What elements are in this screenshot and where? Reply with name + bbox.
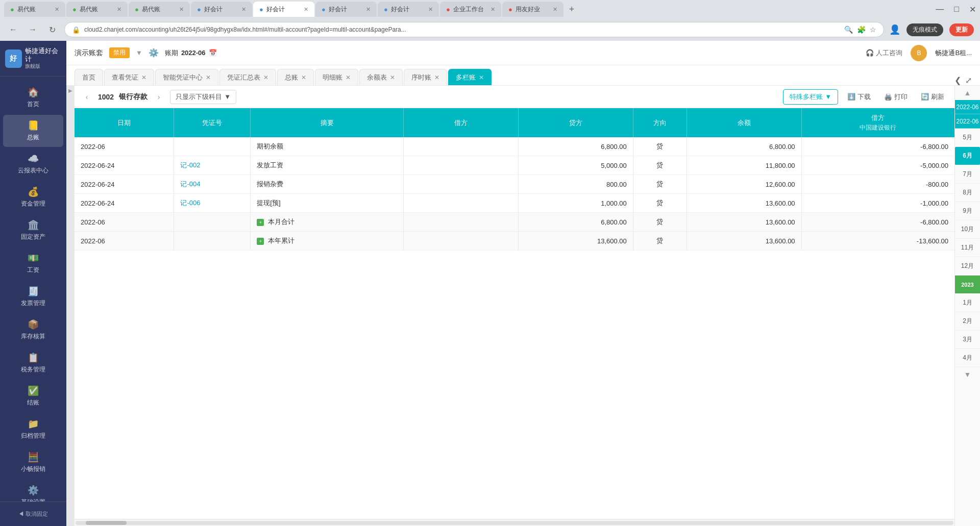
sidebar-item-tax[interactable]: 📋 税务管理 <box>3 347 63 379</box>
sidebar-item-closing[interactable]: ✅ 结账 <box>3 380 63 412</box>
tab-general-ledger-close[interactable]: ✕ <box>301 74 306 81</box>
sidebar-item-inventory[interactable]: 📦 库存核算 <box>3 314 63 346</box>
cal-down-button[interactable]: ▼ <box>955 367 980 382</box>
reload-button[interactable]: ↻ <box>45 22 59 37</box>
tab-close-1[interactable]: ✕ <box>55 6 59 13</box>
scrollbar-thumb[interactable] <box>86 521 127 525</box>
tab-haokuaiji-1[interactable]: ● 好会计 ✕ <box>191 2 252 17</box>
consult-button[interactable]: 🎧 人工咨询 <box>866 48 902 58</box>
calendar-month-nov[interactable]: 11月 <box>955 239 980 257</box>
left-scroll-indicator[interactable]: ▶ <box>66 86 75 526</box>
tab-view-voucher[interactable]: 查看凭证 ✕ <box>104 69 154 85</box>
tab-voucher-summary-close[interactable]: ✕ <box>263 74 268 81</box>
calendar-icon[interactable]: 📅 <box>209 49 217 57</box>
prev-account-button[interactable]: ‹ <box>81 91 93 103</box>
user-avatar[interactable]: B <box>911 45 927 61</box>
sidebar-item-funds[interactable]: 💰 资金管理 <box>3 181 63 213</box>
tab-add-button[interactable]: + <box>565 2 579 16</box>
tab-collapse-left-icon[interactable]: ❮ <box>954 76 961 85</box>
tab-close-5[interactable]: ✕ <box>304 6 308 13</box>
tab-sequence[interactable]: 序时账 ✕ <box>404 69 447 85</box>
star-icon[interactable]: ☆ <box>870 26 876 34</box>
minimize-icon[interactable]: — <box>936 5 944 14</box>
tab-multi-column-close[interactable]: ✕ <box>479 74 484 81</box>
refresh-button[interactable]: 🔄 刷新 <box>917 90 948 104</box>
print-button[interactable]: 🖨️ 打印 <box>880 90 912 104</box>
tab-close-3[interactable]: ✕ <box>179 6 184 13</box>
maximize-icon[interactable]: □ <box>954 5 959 14</box>
tab-smart-voucher[interactable]: 智能凭证中心 ✕ <box>155 69 218 85</box>
calendar-month-jan[interactable]: 1月 <box>955 294 980 312</box>
settings-gear-icon[interactable]: ⚙️ <box>149 48 159 58</box>
pin-button[interactable]: ◀ 取消固定 <box>3 507 63 521</box>
tab-close-8[interactable]: ✕ <box>491 6 495 13</box>
calendar-month-mar[interactable]: 3月 <box>955 331 980 349</box>
scrollbar-track[interactable] <box>76 521 953 525</box>
tab-voucher-summary[interactable]: 凭证汇总表 ✕ <box>219 69 276 85</box>
voucher-link-2[interactable]: 记-004 <box>180 180 200 188</box>
tab-youyou[interactable]: ● 用友好业 ✕ <box>502 2 564 17</box>
wuhen-mode-button[interactable]: 无痕模式 <box>906 23 943 36</box>
tab-yidaizhang-2[interactable]: ● 易代账 ✕ <box>66 2 128 17</box>
tab-sequence-close[interactable]: ✕ <box>434 74 439 81</box>
calendar-month-may[interactable]: 5月 <box>955 129 980 147</box>
address-bar[interactable]: 🔒 cloud2.chanjet.com/accounting/uh26t264… <box>64 22 884 37</box>
sidebar-item-expense[interactable]: 🧮 小畅报销 <box>3 446 63 479</box>
cal-up-button[interactable]: ▲ <box>955 86 980 100</box>
tab-general-ledger[interactable]: 总账 ✕ <box>277 69 314 85</box>
sidebar-item-cloudreport[interactable]: ☁️ 云报表中心 <box>3 148 63 180</box>
voucher-link-3[interactable]: 记-006 <box>180 199 200 207</box>
back-button[interactable]: ← <box>6 22 20 37</box>
calendar-month-dec[interactable]: 12月 <box>955 257 980 275</box>
extension-icon[interactable]: 🧩 <box>857 26 866 34</box>
tab-haokuaiji-active[interactable]: ● 好会计 ✕ <box>253 2 314 17</box>
calendar-month-feb[interactable]: 2月 <box>955 312 980 331</box>
tab-close-2[interactable]: ✕ <box>117 6 121 13</box>
search-icon[interactable]: 🔍 <box>844 26 853 34</box>
sidebar-item-ledger[interactable]: 📒 总账 <box>3 115 63 147</box>
tab-close-4[interactable]: ✕ <box>241 6 246 13</box>
tab-close-7[interactable]: ✕ <box>428 6 433 13</box>
tab-close-6[interactable]: ✕ <box>366 6 371 13</box>
account-tag[interactable]: 禁用 <box>109 47 130 58</box>
tab-haokuaiji-3[interactable]: ● 好会计 ✕ <box>378 2 439 17</box>
tab-view-voucher-close[interactable]: ✕ <box>141 74 146 81</box>
tab-smart-voucher-close[interactable]: ✕ <box>206 74 211 81</box>
chevron-down-icon[interactable]: ▼ <box>136 49 142 57</box>
sidebar-item-salary[interactable]: 💵 工资 <box>3 247 63 280</box>
special-multi-button[interactable]: 特殊多栏账 ▼ <box>783 89 838 105</box>
table-row: 2022-06-24 记-002 发放工资 5,000.00 贷 11,800.… <box>75 156 954 175</box>
tab-home[interactable]: 首页 <box>75 69 103 85</box>
forward-button[interactable]: → <box>26 22 40 37</box>
tab-expand-icon[interactable]: ⤢ <box>965 76 972 85</box>
sidebar-item-assets[interactable]: 🏛️ 固定资产 <box>3 214 63 246</box>
voucher-link-1[interactable]: 记-002 <box>180 161 200 169</box>
download-button[interactable]: ⬇️ 下载 <box>843 90 875 104</box>
calendar-month-jul[interactable]: 7月 <box>955 165 980 184</box>
calendar-month-aug[interactable]: 8月 <box>955 184 980 202</box>
calendar-month-jun[interactable]: 6月 <box>955 147 980 165</box>
tab-close-9[interactable]: ✕ <box>553 6 557 13</box>
tab-detail-ledger[interactable]: 明细账 ✕ <box>315 69 358 85</box>
tab-haokuaiji-2[interactable]: ● 好会计 ✕ <box>315 2 377 17</box>
calendar-month-oct[interactable]: 10月 <box>955 220 980 239</box>
tab-balance-close[interactable]: ✕ <box>390 74 395 81</box>
sidebar-item-archive[interactable]: 📁 归档管理 <box>3 413 63 445</box>
sidebar-item-home[interactable]: 🏠 首页 <box>3 82 63 114</box>
tab-balance[interactable]: 余额表 ✕ <box>359 69 403 85</box>
tab-yidaizhang-3[interactable]: ● 易代账 ✕ <box>129 2 190 17</box>
tab-multi-column[interactable]: 多栏账 ✕ <box>448 69 492 85</box>
subject-filter-dropdown[interactable]: 只显示下级科目 ▼ <box>170 90 236 104</box>
update-button[interactable]: 更新 <box>949 23 974 36</box>
tab-detail-ledger-close[interactable]: ✕ <box>346 74 351 81</box>
next-account-button[interactable]: › <box>153 91 165 103</box>
tab-yidaizhang-1[interactable]: ● 易代账 ✕ <box>4 2 65 17</box>
calendar-year-2023[interactable]: 2023 <box>955 275 980 294</box>
profile-icon[interactable]: 👤 <box>889 24 900 35</box>
sidebar-item-invoice[interactable]: 🧾 发票管理 <box>3 281 63 313</box>
sidebar-item-settings[interactable]: ⚙️ 基础设置 <box>3 480 63 502</box>
calendar-month-sep[interactable]: 9月 <box>955 202 980 220</box>
tab-enterprise[interactable]: ● 企业工作台 ✕ <box>440 2 501 17</box>
calendar-month-apr[interactable]: 4月 <box>955 349 980 367</box>
close-window-icon[interactable]: ✕ <box>969 5 976 14</box>
